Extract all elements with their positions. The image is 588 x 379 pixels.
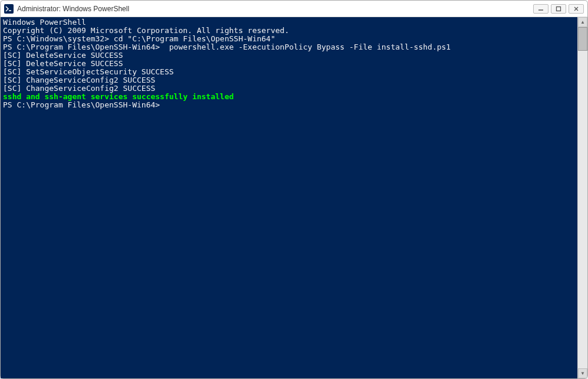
window-controls (533, 4, 584, 14)
terminal-output[interactable]: Windows PowerShellCopyright (C) 2009 Mic… (1, 17, 577, 378)
window-title: Administrator: Windows PowerShell (17, 5, 533, 13)
powershell-window: Administrator: Windows PowerShell Window… (0, 0, 588, 379)
terminal-line: Copyright (C) 2009 Microsoft Corporation… (3, 27, 575, 35)
maximize-button[interactable] (551, 4, 566, 14)
scroll-thumb[interactable] (578, 27, 587, 51)
terminal-line: Windows PowerShell (3, 18, 575, 27)
terminal-line: PS C:\Program Files\OpenSSH-Win64> power… (3, 43, 575, 51)
scroll-down-arrow[interactable]: ▼ (578, 368, 587, 378)
terminal-line: [SC] ChangeServiceConfig2 SUCCESS (3, 84, 575, 93)
terminal-line: [SC] DeleteService SUCCESS (3, 60, 575, 68)
svg-rect-3 (557, 6, 561, 11)
terminal-line: [SC] SetServiceObjectSecurity SUCCESS (3, 68, 575, 76)
terminal-line: PS C:\Windows\system32> cd "C:\Program F… (3, 35, 575, 43)
scroll-up-arrow[interactable]: ▲ (578, 17, 587, 27)
close-button[interactable] (569, 4, 584, 14)
terminal-line: [SC] ChangeServiceConfig2 SUCCESS (3, 76, 575, 84)
terminal-line: [SC] DeleteService SUCCESS (3, 51, 575, 60)
scroll-track[interactable] (578, 27, 587, 368)
powershell-icon (4, 4, 14, 14)
terminal-success-line: sshd and ssh-agent services successfully… (3, 93, 575, 101)
terminal-line: PS C:\Program Files\OpenSSH-Win64> (3, 101, 575, 109)
minimize-button[interactable] (533, 4, 548, 14)
terminal-wrapper: Windows PowerShellCopyright (C) 2009 Mic… (1, 17, 587, 378)
vertical-scrollbar[interactable]: ▲ ▼ (577, 17, 587, 378)
titlebar: Administrator: Windows PowerShell (1, 1, 587, 17)
